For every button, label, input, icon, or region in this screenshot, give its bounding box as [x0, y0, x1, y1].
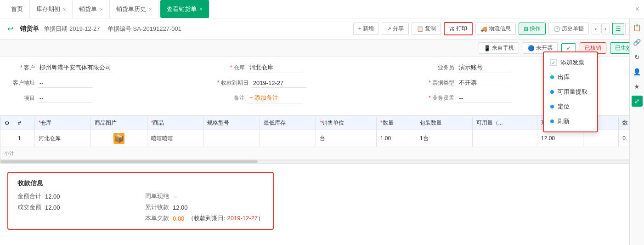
window-close-button[interactable]: × [635, 5, 639, 13]
tab-sales[interactable]: 销货单 × [73, 0, 109, 18]
row-unit-price [583, 130, 618, 147]
project-value[interactable]: -- [38, 94, 93, 103]
sidebar-expand-icon[interactable]: ⤢ [632, 96, 643, 107]
address-label: 客户地址 [7, 79, 35, 87]
salesperson-field: 业务员 演示账号 [427, 63, 637, 73]
from-phone-button[interactable]: 📱 来自手机 [479, 42, 519, 54]
sidebar-user-icon[interactable]: 👤 [632, 66, 643, 77]
row-sales-unit: 台 [316, 130, 376, 147]
row-min-stock [260, 130, 316, 147]
col-warehouse: *仓库 [34, 116, 91, 130]
same-order-row: 同单现结 -- [145, 192, 264, 200]
ticket-type-label: 票据类型 [427, 79, 454, 87]
history-button[interactable]: 🕐 历史单据 [548, 23, 589, 35]
col-settings[interactable]: ⚙ [0, 116, 14, 130]
note-field: 备注 + 添加备注 [217, 93, 427, 103]
right-sidebar: 📋 🔗 ↻ 👤 ★ ⤢ [629, 18, 644, 245]
dropdown-refresh[interactable]: 刷新 [544, 114, 597, 129]
table-row: 1 河北仓库 📦 嘻嘻嘻嘻 台 1.00 1台 12.00 0. [0, 130, 644, 147]
note-label: 备注 [217, 94, 245, 102]
main-area: ↩ 销货单 单据日期 2019-12-27 单据编号 SA-20191227-0… [0, 18, 644, 245]
due-date-label: 收款到期日 [217, 79, 249, 87]
tab-sales-history-close[interactable]: × [149, 6, 152, 12]
scrollbar-thumb[interactable] [0, 160, 258, 163]
balance-label: 本单欠款 [145, 214, 169, 222]
dot-icon-4 [550, 120, 554, 123]
available-qty-label: 可用量提取 [558, 88, 588, 96]
tab-sales-history[interactable]: 销货单历史 × [110, 0, 158, 18]
dropdown-locate[interactable]: 定位 [544, 99, 597, 114]
customer-value[interactable]: 柳州粤港平安气体有限公司 [38, 63, 113, 73]
row-warehouse: 河北仓库 [34, 130, 91, 147]
confirm-icon: ✓ [566, 45, 571, 51]
form-row-3: 项目 -- 备注 + 添加备注 业务员孟 -- [7, 93, 637, 103]
share-icon: ↗ [387, 26, 391, 32]
sidebar-link-icon[interactable]: 🔗 [632, 37, 643, 48]
col-min-stock: 最低库存 [260, 116, 316, 130]
cumulative-value: 12.00 [173, 204, 188, 211]
tab-sales-label: 销货单 [79, 5, 97, 13]
payment-section: 收款信息 金额合计 12.00 同单现结 -- 成交金额 12.00 累计收款 … [7, 172, 274, 230]
form-row-1: 客户 柳州粤港平安气体有限公司 仓库 河北仓库 业务员 演示账号 [7, 63, 637, 73]
transaction-row: 成交金额 12.00 [17, 203, 136, 211]
row-product: 嘻嘻嘻嘻 [147, 130, 203, 147]
col-available: 可用量（... [472, 116, 537, 130]
new-button[interactable]: + 新增 [353, 23, 379, 35]
dropdown-available-qty[interactable]: 可用量提取 [544, 85, 597, 99]
tab-view-sales-close[interactable]: × [199, 6, 202, 12]
col-product: *商品 [147, 116, 203, 130]
row-product-img: 📦 [91, 130, 147, 147]
print-icon: 🖨 [449, 26, 455, 32]
payment-title: 收款信息 [17, 179, 264, 188]
next-button[interactable]: › [601, 23, 610, 34]
tab-sales-close[interactable]: × [100, 6, 102, 12]
tab-view-sales-label: 查看销货单 [167, 5, 197, 13]
dropdown-outbound[interactable]: 出库 [544, 70, 597, 85]
total-value: 12.00 [45, 193, 60, 200]
customer-field: 客户 柳州粤港平安气体有限公司 [7, 63, 217, 73]
row-spec [203, 130, 260, 147]
share-button[interactable]: ↗ 分享 [382, 23, 409, 35]
cumulative-row: 累计收款 12.00 [145, 203, 264, 211]
tab-inventory[interactable]: 库存期初 × [30, 0, 73, 18]
prev-button[interactable]: ‹ [592, 23, 600, 34]
doc-type-label: 销货单 [20, 25, 39, 33]
doc-actions: + 新增 ↗ 分享 📋 复制 🖨 打印 🚚 物流信息 ⊞ 操作 [353, 22, 637, 35]
tab-inventory-close[interactable]: × [63, 6, 66, 12]
row-settings [0, 130, 14, 147]
horizontal-scrollbar[interactable] [0, 160, 644, 164]
tab-bar: 首页 库存期初 × 销货单 × 销货单历史 × 查看销货单 × × [0, 0, 644, 18]
list-view-button[interactable]: ☰ [612, 23, 624, 34]
doc-date-label: 单据日期 2019-12-27 [44, 25, 100, 33]
sidebar-copy-icon[interactable]: 📋 [632, 22, 643, 33]
add-note-button[interactable]: + 添加备注 [248, 93, 303, 103]
tab-home[interactable]: 首页 [5, 0, 30, 18]
warehouse-value[interactable]: 河北仓库 [248, 63, 303, 73]
salesperson-label: 业务员 [427, 64, 454, 72]
payment-total-row: 金额合计 12.00 [17, 192, 136, 200]
sidebar-rotate-icon[interactable]: ↻ [632, 51, 643, 63]
balance-row: 本单欠款 0.00 （收款到期日: 2019-12-27） [145, 214, 264, 222]
project-field: 项目 -- [7, 94, 217, 103]
ticket-type-value: 不开票 [457, 78, 512, 88]
tab-view-sales[interactable]: 查看销货单 × [160, 0, 209, 18]
locate-label: 定位 [558, 103, 570, 111]
address-value[interactable]: -- [38, 79, 93, 88]
print-button[interactable]: 🖨 打印 [444, 22, 473, 35]
doc-number-label: 单据编号 SA-20191227-001 [107, 25, 182, 33]
ticket-icon: 🔵 [528, 45, 535, 51]
operations-button[interactable]: ⊞ 操作 [519, 23, 546, 35]
dropdown-add-invoice[interactable]: ✓ 添加发票 [544, 55, 597, 70]
salesperson2-field: 业务员孟 -- [427, 94, 637, 103]
dot-icon-2 [550, 90, 554, 94]
doc-title-area: ↩ 销货单 单据日期 2019-12-27 单据编号 SA-20191227-0… [7, 24, 181, 33]
same-order-value: -- [173, 193, 177, 200]
sidebar-star-icon[interactable]: ★ [632, 81, 643, 92]
copy-button[interactable]: 📋 复制 [412, 23, 441, 35]
row-current-stock: 12.00 [537, 130, 583, 147]
payment-area: 收款信息 金额合计 12.00 同单现结 -- 成交金额 12.00 累计收款 … [0, 164, 644, 238]
due-date-value[interactable]: 2019-12-27 [251, 79, 306, 88]
customer-label: 客户 [7, 64, 35, 72]
logistics-button[interactable]: 🚚 物流信息 [475, 23, 516, 35]
doc-meta: 单据日期 2019-12-27 单据编号 SA-20191227-001 [44, 25, 181, 33]
